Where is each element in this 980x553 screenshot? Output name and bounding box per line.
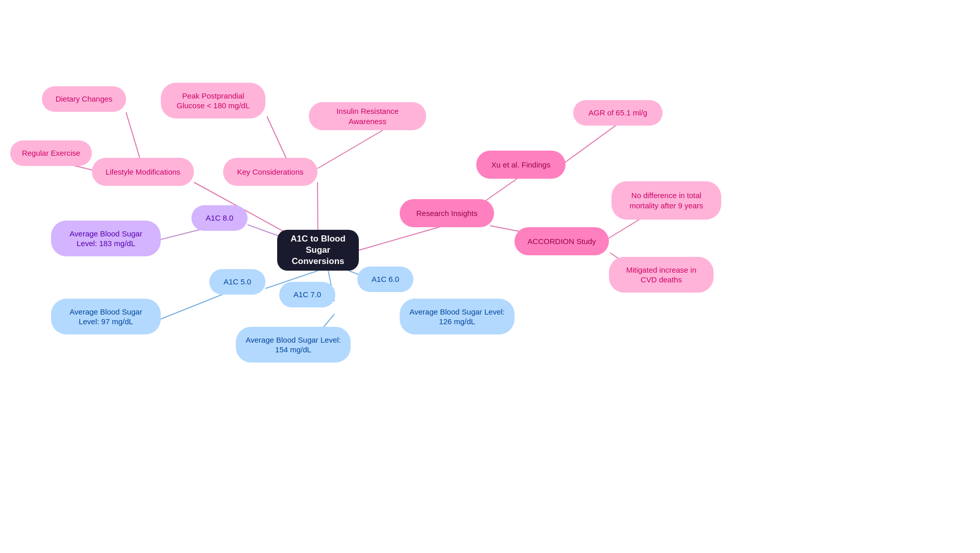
svg-line-2 [359,226,444,250]
dietary-changes-node[interactable]: Dietary Changes [42,86,126,112]
a1c-50-node[interactable]: A1C 5.0 [209,269,265,295]
svg-line-10 [317,130,383,169]
a1c-70-node[interactable]: A1C 7.0 [279,282,335,307]
a1c-60-node[interactable]: A1C 6.0 [357,267,413,292]
center-node[interactable]: A1C to Blood Sugar Conversions [277,230,359,271]
research-insights-node[interactable]: Research Insights [400,199,494,227]
lifestyle-modifications-node[interactable]: Lifestyle Modifications [92,158,194,186]
no-difference-node[interactable]: No difference in total mortality after 9… [611,181,721,220]
connections-svg [0,0,980,553]
svg-line-13 [565,124,618,162]
key-considerations-node[interactable]: Key Considerations [223,158,317,186]
avg-183-node[interactable]: Average Blood Sugar Level: 183 mg/dL [51,221,161,256]
insulin-resistance-node[interactable]: Insulin Resistance Awareness [309,102,426,130]
avg-154-node[interactable]: Average Blood Sugar Level: 154 mg/dL [236,327,351,363]
regular-exercise-node[interactable]: Regular Exercise [10,140,92,166]
mind-map: A1C to Blood Sugar Conversions Lifestyle… [0,0,980,553]
a1c-80-node[interactable]: A1C 8.0 [191,205,248,231]
peak-postprandial-node[interactable]: Peak Postprandial Glucose < 180 mg/dL [161,83,265,118]
avg-97-node[interactable]: Average Blood Sugar Level: 97 mg/dL [51,299,161,334]
avg-126-node[interactable]: Average Blood Sugar Level: 126 mg/dL [400,299,514,334]
accordion-study-node[interactable]: ACCORDION Study [514,227,609,255]
agr-node[interactable]: AGR of 65.1 ml/g [573,100,663,126]
mitigated-cvd-node[interactable]: Mitigated increase in CVD deaths [609,257,714,293]
xu-findings-node[interactable]: Xu et al. Findings [476,151,566,179]
